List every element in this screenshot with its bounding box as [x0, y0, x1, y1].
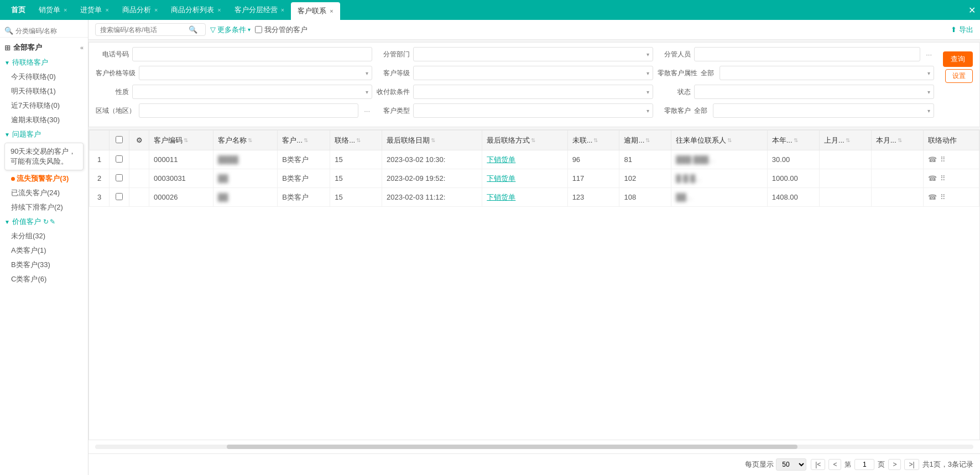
select-all-checkbox[interactable] [116, 136, 123, 143]
close-tab-sales[interactable]: × [64, 7, 67, 13]
page-prev-btn[interactable]: < [828, 459, 841, 470]
page-next-btn[interactable]: > [888, 459, 901, 470]
row-checkbox[interactable] [116, 174, 123, 181]
sort-last-contact-date[interactable]: ⇅ [431, 137, 435, 143]
contact-icon[interactable]: ☎ [928, 155, 937, 164]
sidebar-item-7days[interactable]: 近7天待联络(0) [0, 98, 88, 113]
filter-person-select[interactable] [694, 47, 920, 61]
contact-icon[interactable]: ☎ [928, 193, 937, 201]
filter-actions: 查询 设置 [934, 47, 973, 122]
close-tab-purchase[interactable]: × [105, 7, 108, 13]
sidebar-search-input[interactable] [15, 27, 84, 35]
sort-last-contact-method[interactable]: ⇅ [531, 137, 535, 143]
filter-region-select[interactable] [139, 103, 358, 118]
edit-icon[interactable]: ✎ [50, 218, 55, 226]
close-window[interactable]: ✕ [968, 5, 976, 15]
close-tab-product-analysis[interactable]: × [154, 7, 158, 13]
filter-dots-1[interactable]: ··· [924, 50, 934, 59]
tab-home[interactable]: 首页 [4, 0, 32, 20]
filter-dots-2[interactable]: ··· [362, 107, 372, 115]
col-settings[interactable]: ⚙ [129, 131, 149, 150]
close-tab-customer-segment[interactable]: × [281, 7, 284, 13]
row-checkbox[interactable] [116, 193, 123, 200]
filter-nature-select[interactable]: ▾ [132, 85, 372, 99]
col-contact-action: 联络动作 [923, 131, 979, 150]
filter-payment-label: 收付款条件 [377, 87, 410, 97]
per-page-select[interactable]: 50 100 200 [776, 458, 806, 471]
last-contact-method-link[interactable]: 下销货单 [487, 155, 515, 164]
query-btn[interactable]: 查询 [943, 51, 973, 67]
toolbar-right: ⬆ 导出 [951, 25, 973, 35]
sidebar-item-declining[interactable]: 持续下滑客户(2) [0, 200, 88, 215]
tab-product-analysis[interactable]: 商品分析 × [116, 0, 164, 20]
row-last-month [819, 188, 871, 207]
sidebar-item-a-class[interactable]: A类客户(1) [0, 243, 88, 258]
refresh-icon[interactable]: ↻ [43, 218, 49, 226]
sidebar-all-customers[interactable]: ⊞ 全部客户 « [0, 40, 88, 55]
sort-this-month[interactable]: ⇅ [898, 137, 902, 143]
sidebar-item-today[interactable]: 今天待联络(0) [0, 70, 88, 84]
tab-purchase[interactable]: 进货单 × [74, 0, 115, 20]
sidebar-section-pending[interactable]: ▼ 待联络客户 [0, 55, 88, 70]
tab-customer-segment[interactable]: 客户分层经营 × [228, 0, 291, 20]
row-checkbox[interactable] [116, 155, 123, 163]
settings-btn[interactable]: 设置 [945, 69, 973, 83]
sort-customer-name[interactable]: ⇅ [248, 137, 252, 143]
col-overdue: 逾期... ⇅ [619, 131, 671, 150]
my-customers-checkbox[interactable] [255, 26, 262, 33]
last-contact-method-link[interactable]: 下销货单 [487, 193, 515, 201]
more-action-icon[interactable]: ⠿ [940, 155, 946, 164]
sidebar-item-overdue[interactable]: 逾期未联络(30) [0, 113, 88, 127]
sort-no-contact[interactable]: ⇅ [593, 137, 598, 143]
sidebar-section-value[interactable]: ▼ 价值客户 ↻ ✎ [0, 215, 88, 229]
sort-contact[interactable]: ⇅ [356, 137, 361, 143]
search-input[interactable] [100, 26, 189, 34]
sidebar-item-churned[interactable]: 已流失客户(24) [0, 186, 88, 200]
scrollbar-thumb[interactable] [227, 445, 797, 449]
filter-customer-type-select[interactable]: ▾ [413, 103, 653, 118]
filter-payment-select[interactable]: ▾ [413, 85, 653, 99]
more-action-icon[interactable]: ⠿ [940, 193, 946, 201]
filter-status-select[interactable]: ▾ [694, 85, 934, 99]
filter-dept-select[interactable]: ▾ [413, 47, 653, 61]
filter-customer-grade-select[interactable]: ▾ [413, 66, 653, 80]
close-tab-product-list[interactable]: × [217, 7, 221, 13]
close-tab-customer-contact[interactable]: × [330, 8, 333, 14]
sidebar-item-tomorrow[interactable]: 明天待联络(1) [0, 84, 88, 98]
tab-sales[interactable]: 销货单 × [32, 0, 74, 20]
tab-customer-contact[interactable]: 客户联系 × [291, 2, 340, 20]
contact-icon[interactable]: ☎ [928, 174, 937, 182]
more-action-icon[interactable]: ⠿ [940, 174, 946, 182]
sidebar-item-churn-warning[interactable]: 流失预警客户(3) [0, 171, 88, 186]
row-settings-cell [129, 188, 149, 207]
filter-retail-customer-select[interactable]: ▾ [713, 103, 934, 118]
search-icon[interactable]: 🔍 [189, 25, 197, 34]
tab-product-list[interactable]: 商品分析列表 × [164, 0, 227, 20]
sort-customer-type[interactable]: ⇅ [304, 137, 308, 143]
row-overdue: 108 [619, 188, 671, 207]
page-last-btn[interactable]: >| [904, 459, 919, 470]
filter-price-grade-select[interactable]: ▾ [139, 66, 372, 80]
sidebar-item-ungroup[interactable]: 未分组(32) [0, 229, 88, 243]
col-customer-name: 客户名称 ⇅ [213, 131, 278, 150]
filter-phone-input[interactable] [132, 47, 372, 61]
sidebar-section-problem[interactable]: ▼ 问题客户 [0, 127, 88, 142]
sort-this-year[interactable]: ⇅ [794, 137, 798, 143]
horizontal-scrollbar[interactable] [95, 445, 973, 449]
more-conditions-btn[interactable]: ▽ 更多条件 ▾ [210, 25, 251, 35]
export-btn[interactable]: ⬆ 导出 [951, 25, 973, 35]
row-contact: 15 [330, 169, 382, 188]
sort-company-contact[interactable]: ⇅ [727, 137, 732, 143]
page-first-btn[interactable]: |< [811, 459, 825, 470]
filter-retail-attr-select[interactable]: ▾ [720, 66, 934, 80]
sort-last-month[interactable]: ⇅ [846, 137, 850, 143]
sort-overdue[interactable]: ⇅ [645, 137, 650, 143]
page-input[interactable] [854, 459, 874, 470]
sort-customer-code[interactable]: ⇅ [184, 137, 188, 143]
sidebar-item-c-class[interactable]: C类客户(6) [0, 272, 88, 286]
row-contact-action: ☎ ⠿ [923, 169, 979, 188]
row-this-year: 1408.00 [767, 188, 819, 207]
sidebar-item-b-class[interactable]: B类客户(33) [0, 258, 88, 272]
last-contact-method-link[interactable]: 下销货单 [487, 174, 515, 182]
row-last-month [819, 169, 871, 188]
